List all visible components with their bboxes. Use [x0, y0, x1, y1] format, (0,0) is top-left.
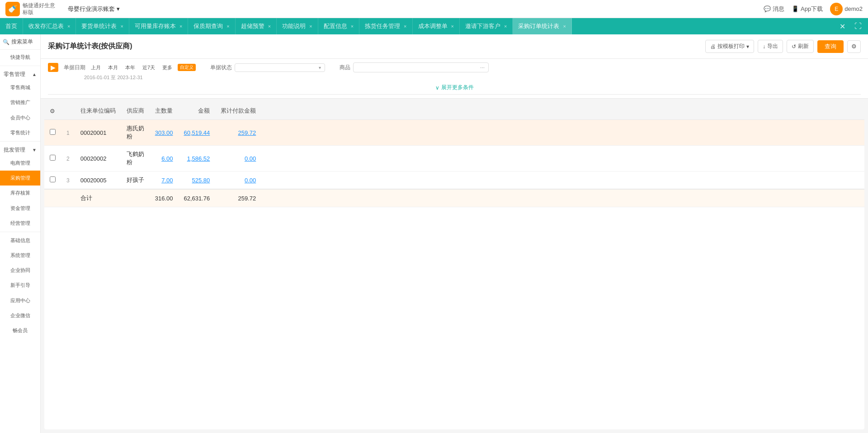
refresh-button[interactable]: ↺ 刷新	[787, 40, 814, 53]
close-icon[interactable]: ×	[563, 24, 566, 29]
date-range-display: 2016-01-01 至 2023-12-31	[84, 74, 143, 81]
sidebar-item-enterprise[interactable]: 企业协同	[0, 263, 40, 278]
sidebar-item-member[interactable]: 会员中心	[0, 110, 40, 125]
sidebar-item-finance[interactable]: 资金管理	[0, 201, 40, 216]
top-bar: 🍼 畅捷通好生意 标版 母婴行业演示账套 ▾ 💬 消息 📱 App下载 E de…	[0, 0, 868, 18]
tab-home[interactable]: 首页	[0, 18, 23, 34]
sidebar-item-wechat[interactable]: 企业微信	[0, 308, 40, 323]
date-shortcuts: 上月 本月 本年 近7天 更多	[88, 63, 175, 72]
tab-shoufacun[interactable]: 收发存汇总表 ×	[23, 18, 76, 34]
filter-goods: 商品 ···	[340, 62, 489, 72]
row-paid: 259.72	[215, 120, 261, 146]
date-btn-7days[interactable]: 近7天	[140, 63, 158, 72]
row-checkbox[interactable]	[44, 120, 61, 146]
row-checkbox[interactable]	[44, 146, 61, 171]
footer-empty1	[44, 189, 61, 207]
goods-input[interactable]: ···	[353, 62, 489, 72]
chevron-down-icon: ▾	[746, 43, 749, 50]
close-icon[interactable]: ×	[309, 24, 312, 29]
sidebar-item-quick-nav[interactable]: 快捷导航	[0, 50, 40, 65]
footer-label: 合计	[75, 189, 121, 207]
filter-status: 单据状态 ▾	[210, 63, 325, 72]
app-download-button[interactable]: 📱 App下载	[792, 5, 823, 13]
tab-keyongliang[interactable]: 可用量库存账本 ×	[129, 18, 188, 34]
row-checkbox[interactable]	[44, 171, 61, 190]
th-amount: 金额	[178, 102, 215, 120]
close-icon[interactable]: ×	[179, 24, 182, 29]
date-btn-last-month[interactable]: 上月	[88, 63, 104, 72]
row-supplier: 惠氏奶粉	[121, 120, 150, 146]
close-icon[interactable]: ×	[451, 24, 454, 29]
footer-amount: 62,631.76	[178, 189, 215, 207]
sidebar-item-system[interactable]: 系统管理	[0, 248, 40, 263]
chevron-down-icon: ▼	[32, 148, 37, 152]
tab-peizhi[interactable]: 配置信息 ×	[318, 18, 359, 34]
row-amount: 525.80	[178, 171, 215, 190]
print-button[interactable]: 🖨 按模板打印 ▾	[705, 40, 754, 53]
sidebar-item-apps[interactable]: 应用中心	[0, 293, 40, 308]
maximize-button[interactable]: ⛶	[852, 21, 864, 31]
search-menu-item[interactable]: 🔍 搜索菜单	[0, 34, 40, 50]
org-selector[interactable]: 母婴行业演示账套 ▾	[68, 5, 120, 13]
settings-button[interactable]: ⚙	[847, 40, 861, 53]
row-supplier: 飞鹤奶粉	[121, 146, 150, 171]
export-button[interactable]: ↓ 导出	[758, 40, 783, 53]
chevron-down-icon: ▾	[319, 65, 321, 70]
status-select[interactable]: ▾	[235, 63, 325, 72]
sidebar-item-vip[interactable]: 畅会员	[0, 323, 40, 338]
sidebar: 🔍 搜索菜单 快捷导航 零售管理 ▲ 零售商城 营销推广 会员中心 零售统计 批…	[0, 34, 41, 433]
row-extra	[261, 120, 864, 146]
filter-toggle-button[interactable]: ▶	[48, 63, 58, 72]
footer-empty2	[61, 189, 75, 207]
close-window-button[interactable]: ✕	[837, 21, 848, 32]
message-button[interactable]: 💬 消息	[764, 5, 784, 13]
logo-area: 🍼 畅捷通好生意 标版	[5, 2, 55, 16]
sidebar-item-operations[interactable]: 经营管理	[0, 216, 40, 231]
close-icon[interactable]: ×	[120, 24, 123, 29]
close-icon[interactable]: ×	[67, 24, 70, 29]
content-area: 采购订单统计表(按供应商) 🖨 按模板打印 ▾ ↓ 导出 ↺ 刷新	[41, 34, 868, 433]
date-btn-this-month[interactable]: 本月	[105, 63, 121, 72]
th-extra	[261, 102, 864, 120]
sidebar-item-purchase[interactable]: 采购管理	[0, 171, 40, 186]
date-btn-this-year[interactable]: 本年	[123, 63, 138, 72]
sidebar-item-ecommerce[interactable]: 电商管理	[0, 156, 40, 171]
tab-jianhuo[interactable]: 拣货任务管理 ×	[359, 18, 412, 34]
table-row[interactable]: 2 00020002 飞鹤奶粉 6.00 1,586.52 0.00	[44, 146, 864, 171]
sidebar-item-basic-info[interactable]: 基础信息	[0, 233, 40, 248]
user-profile[interactable]: E demo2	[830, 3, 863, 15]
close-icon[interactable]: ×	[268, 24, 271, 29]
footer-quantity: 316.00	[150, 189, 179, 207]
tab-yaoqing[interactable]: 邀请下游客户 ×	[460, 18, 513, 34]
print-icon: 🖨	[710, 43, 716, 50]
tab-chengben[interactable]: 成本调整单 ×	[413, 18, 460, 34]
close-icon[interactable]: ×	[404, 24, 406, 29]
tab-caigou-active[interactable]: 采购订单统计表 ×	[513, 18, 571, 34]
sidebar-item-retail-stats[interactable]: 零售统计	[0, 125, 40, 140]
logo-text: 畅捷通好生意 标版	[23, 2, 55, 15]
sidebar-item-guide[interactable]: 新手引导	[0, 278, 40, 293]
tab-baozhi[interactable]: 保质期查询 ×	[188, 18, 235, 34]
message-icon: 💬	[764, 5, 771, 12]
query-button[interactable]: 查询	[817, 40, 844, 53]
sidebar-item-wholesale[interactable]: 批发管理 ▼	[0, 143, 40, 156]
tab-yaohuo[interactable]: 要货单统计表 ×	[76, 18, 129, 34]
more-icon[interactable]: ···	[480, 64, 485, 71]
sidebar-item-inventory[interactable]: 库存核算	[0, 186, 40, 200]
close-icon[interactable]: ×	[504, 24, 507, 29]
avatar: E	[830, 3, 843, 15]
close-icon[interactable]: ×	[351, 24, 354, 29]
sidebar-item-marketing[interactable]: 营销推广	[0, 95, 40, 110]
tab-gongneng[interactable]: 功能说明 ×	[277, 18, 318, 34]
table-row[interactable]: 1 00020001 惠氏奶粉 303.00 60,519.44 259.72	[44, 120, 864, 146]
sidebar-item-retail-store[interactable]: 零售商城	[0, 80, 40, 95]
expand-conditions-button[interactable]: ∨ 展开更多条件	[435, 84, 474, 91]
row-index: 3	[61, 171, 75, 190]
nav-tabs: 首页 收发存汇总表 × 要货单统计表 × 可用量库存账本 × 保质期查询 × 超…	[0, 18, 868, 34]
sidebar-item-retail-mgmt[interactable]: 零售管理 ▲	[0, 67, 40, 80]
settings-icon[interactable]: ⚙	[50, 108, 55, 114]
tab-chaochu[interactable]: 超储预警 ×	[236, 18, 277, 34]
close-icon[interactable]: ×	[226, 24, 229, 29]
date-btn-more[interactable]: 更多	[160, 63, 175, 72]
table-row[interactable]: 3 00020005 好孩子 7.00 525.80 0.00	[44, 171, 864, 190]
